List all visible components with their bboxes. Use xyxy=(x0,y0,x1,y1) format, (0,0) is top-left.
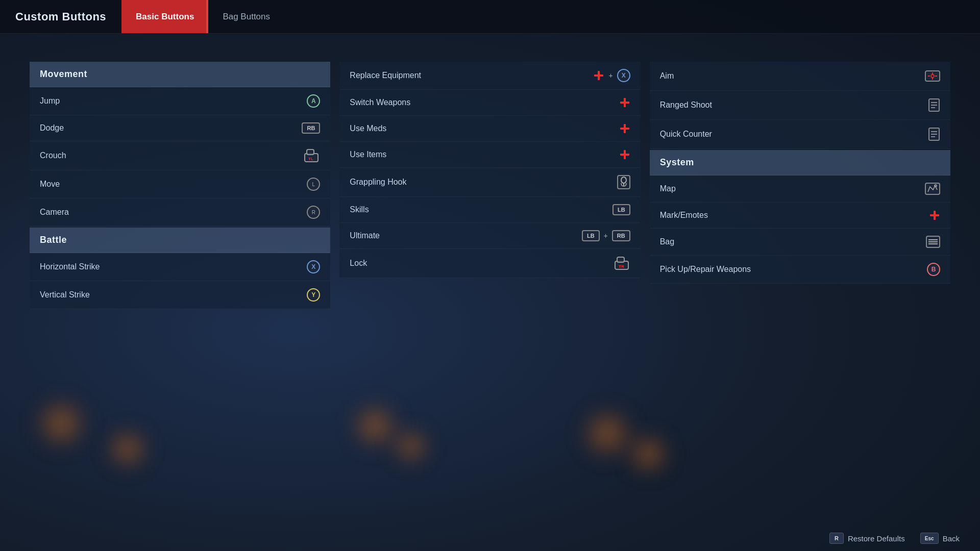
label-move: Move xyxy=(40,180,60,189)
column-movement: Movement Jump A Dodge RB Crouch TL xyxy=(30,62,330,551)
binding-use-meds xyxy=(619,123,630,134)
row-lock[interactable]: Lock TR xyxy=(339,249,640,278)
plus-op-replace: + xyxy=(607,71,614,80)
row-vertical-strike[interactable]: Vertical Strike Y xyxy=(30,281,330,309)
row-pickup-repair[interactable]: Pick Up/Repair Weapons B xyxy=(650,256,950,284)
binding-skills: LB xyxy=(612,204,630,215)
label-dodge: Dodge xyxy=(40,123,64,133)
bottom-bar: R Restore Defaults Esc Back xyxy=(0,525,980,551)
row-quick-counter[interactable]: Quick Counter xyxy=(650,120,950,149)
svg-rect-4 xyxy=(594,74,603,77)
btn-y-icon: Y xyxy=(307,288,320,302)
binding-horizontal-strike: X xyxy=(307,260,320,273)
back-action[interactable]: Esc Back xyxy=(920,533,960,544)
row-bag[interactable]: Bag xyxy=(650,229,950,256)
map-icon xyxy=(925,183,940,195)
cross-icon-items xyxy=(619,149,630,160)
back-key-badge: Esc xyxy=(920,533,939,544)
svg-rect-34 xyxy=(930,214,939,216)
svg-rect-13 xyxy=(623,183,624,186)
row-use-items[interactable]: Use Items xyxy=(339,142,640,168)
main-content: Movement Jump A Dodge RB Crouch TL xyxy=(0,34,980,551)
restore-defaults-action[interactable]: R Restore Defaults xyxy=(829,533,905,544)
btn-x-replace-icon: X xyxy=(617,69,630,82)
column-system: Aim Ranged Shoot xyxy=(650,62,950,551)
row-aim[interactable]: Aim xyxy=(650,62,950,91)
svg-rect-8 xyxy=(620,128,629,130)
row-dodge[interactable]: Dodge RB xyxy=(30,115,330,141)
row-ultimate[interactable]: Ultimate LB + RB xyxy=(339,223,640,249)
tr-trigger-icon: TR xyxy=(613,256,630,270)
binding-switch-weapons xyxy=(619,97,630,108)
tl-trigger-icon: TL xyxy=(303,148,320,163)
label-lock: Lock xyxy=(350,259,367,268)
page-icon-counter xyxy=(928,127,940,141)
binding-ultimate: LB + RB xyxy=(582,230,630,241)
cross-icon-meds xyxy=(619,123,630,134)
row-move[interactable]: Move L xyxy=(30,170,330,198)
label-pickup-repair: Pick Up/Repair Weapons xyxy=(660,265,751,274)
restore-defaults-label: Restore Defaults xyxy=(848,534,905,543)
cross-icon-replace xyxy=(593,70,604,81)
grapple-icon xyxy=(617,175,630,189)
btn-lb-icon: LB xyxy=(612,204,630,215)
label-use-items: Use Items xyxy=(350,150,386,159)
row-use-meds[interactable]: Use Meds xyxy=(339,116,640,142)
aim-crosshair-icon xyxy=(925,69,940,83)
label-skills: Skills xyxy=(350,205,369,214)
plus-op-ultimate: + xyxy=(603,232,609,240)
label-quick-counter: Quick Counter xyxy=(660,130,712,139)
label-aim: Aim xyxy=(660,71,674,81)
binding-lock: TR xyxy=(613,256,630,270)
section-header-system: System xyxy=(650,150,950,176)
tab-basic-buttons[interactable]: Basic Buttons xyxy=(121,0,208,33)
tab-basic-label: Basic Buttons xyxy=(136,12,194,22)
binding-quick-counter xyxy=(928,127,940,141)
binding-bag xyxy=(926,236,940,248)
row-crouch[interactable]: Crouch TL xyxy=(30,141,330,170)
cross-icon-switch xyxy=(619,97,630,108)
label-map: Map xyxy=(660,184,676,193)
binding-crouch: TL xyxy=(303,148,320,163)
label-bag: Bag xyxy=(660,237,674,246)
binding-mark-emotes xyxy=(929,210,940,221)
btn-lb-ultimate-icon: LB xyxy=(582,230,600,241)
label-horizontal-strike: Horizontal Strike xyxy=(40,262,100,271)
row-map[interactable]: Map xyxy=(650,176,950,203)
row-horizontal-strike[interactable]: Horizontal Strike X xyxy=(30,253,330,281)
row-switch-weapons[interactable]: Switch Weapons xyxy=(339,90,640,116)
row-ranged-shoot[interactable]: Ranged Shoot xyxy=(650,91,950,120)
tab-bag-label: Bag Buttons xyxy=(223,12,270,22)
label-replace-equipment: Replace Equipment xyxy=(350,71,421,80)
btn-b-icon: B xyxy=(927,263,940,276)
row-camera[interactable]: Camera R xyxy=(30,198,330,227)
svg-rect-10 xyxy=(620,154,629,156)
tab-bag-buttons[interactable]: Bag Buttons xyxy=(208,0,284,33)
binding-use-items xyxy=(619,149,630,160)
row-grappling-hook[interactable]: Grappling Hook xyxy=(339,168,640,197)
label-use-meds: Use Meds xyxy=(350,124,386,133)
label-crouch: Crouch xyxy=(40,151,66,160)
label-ultimate: Ultimate xyxy=(350,231,380,240)
top-bar: Custom Buttons Basic Buttons Bag Buttons xyxy=(0,0,980,34)
binding-dodge: RB xyxy=(302,122,320,134)
binding-replace-equipment: + X xyxy=(593,69,630,82)
restore-key-badge: R xyxy=(829,533,844,544)
label-grappling-hook: Grappling Hook xyxy=(350,178,406,187)
section-header-movement: Movement xyxy=(30,62,330,87)
row-skills[interactable]: Skills LB xyxy=(339,197,640,223)
row-replace-equipment[interactable]: Replace Equipment + X xyxy=(339,62,640,90)
binding-camera: R xyxy=(307,206,320,219)
label-mark-emotes: Mark/Emotes xyxy=(660,211,708,220)
svg-rect-15 xyxy=(617,257,624,262)
label-jump: Jump xyxy=(40,96,60,106)
binding-vertical-strike: Y xyxy=(307,288,320,302)
binding-jump: A xyxy=(307,94,320,108)
row-jump[interactable]: Jump A xyxy=(30,87,330,115)
back-label: Back xyxy=(943,534,960,543)
row-mark-emotes[interactable]: Mark/Emotes xyxy=(650,203,950,229)
cross-icon-emotes xyxy=(929,210,940,221)
label-camera: Camera xyxy=(40,208,69,217)
btn-a-icon: A xyxy=(307,94,320,108)
btn-rb-icon: RB xyxy=(302,122,320,134)
